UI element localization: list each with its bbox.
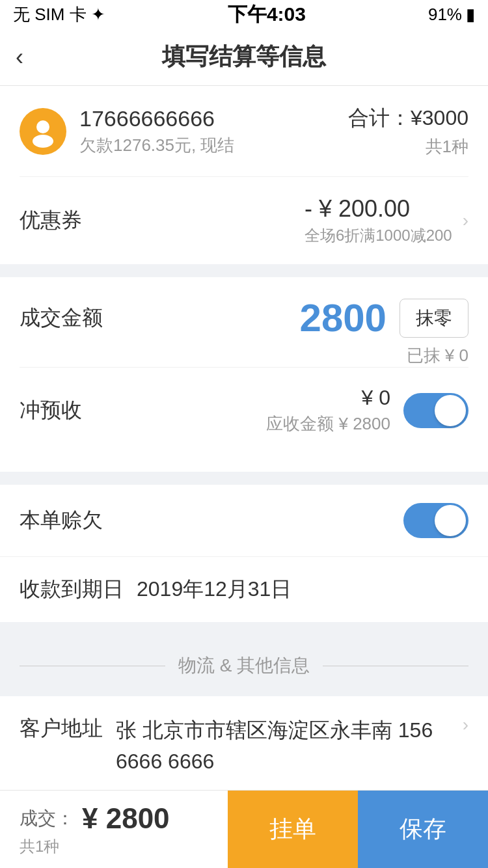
transaction-sub: 已抹 ¥ 0 [20, 344, 468, 367]
address-label: 客户地址 [20, 714, 103, 743]
pending-button[interactable]: 挂单 [228, 791, 358, 869]
divider-1 [0, 264, 488, 277]
svg-point-0 [36, 120, 49, 133]
coupon-desc: 全场6折满1000减200 [305, 225, 452, 246]
back-button[interactable]: ‹ [16, 44, 23, 71]
prepay-right: ¥ 0 应收金额 ¥ 2800 [266, 386, 468, 435]
address-value: 张 北京市市辖区海淀区永丰南 156 6666 6666 [116, 714, 463, 777]
status-bar: 无 SIM 卡 ✦ 下午4:03 91% ▮ [0, 0, 488, 29]
customer-phone: 17666666666 [79, 106, 234, 131]
battery-icon: ▮ [466, 5, 475, 25]
date-row: 收款到期日 2019年12月31日 [20, 575, 468, 604]
prepay-value: ¥ 0 应收金额 ¥ 2800 [266, 386, 390, 435]
svg-point-1 [33, 135, 53, 148]
summary-count: 共1种 [20, 836, 208, 857]
summary-label: 成交： [20, 806, 74, 831]
date-section: 收款到期日 2019年12月31日 [0, 556, 488, 622]
total-count: 共1种 [348, 135, 468, 158]
prepay-amount: ¥ 0 [266, 386, 390, 410]
save-button[interactable]: 保存 [358, 791, 488, 869]
coupon-amount: - ¥ 200.00 [305, 195, 452, 223]
debt-section: 本单赊欠 [0, 485, 488, 556]
prepay-label: 冲预收 [20, 396, 82, 425]
divider-2 [0, 472, 488, 485]
customer-left: 17666666666 欠款1276.35元, 现结 [20, 106, 234, 157]
round-button[interactable]: 抹零 [400, 299, 468, 338]
logistics-line-left [20, 666, 165, 666]
coupon-info: - ¥ 200.00 全场6折满1000减200 [305, 195, 452, 246]
summary-row: 成交： ¥ 2800 [20, 802, 208, 835]
avatar [20, 108, 66, 155]
coupon-label: 优惠券 [20, 206, 82, 235]
status-left: 无 SIM 卡 ✦ [13, 3, 105, 26]
prepay-toggle[interactable] [403, 393, 468, 428]
logistics-line-right [323, 666, 468, 666]
battery-text: 91% [428, 5, 462, 25]
customer-info: 17666666666 欠款1276.35元, 现结 [79, 106, 234, 157]
amount-row: 成交金额 2800 抹零 [20, 295, 468, 340]
logistics-divider: 物流 & 其他信息 [0, 635, 488, 696]
page-title: 填写结算等信息 [162, 41, 326, 73]
coupon-right: - ¥ 200.00 全场6折满1000减200 › [305, 195, 468, 246]
prepay-sub: 应收金额 ¥ 2800 [266, 413, 390, 435]
transaction-amount: 2800 [300, 295, 386, 340]
avatar-icon [27, 115, 59, 148]
address-row: 客户地址 张 北京市市辖区海淀区永丰南 156 6666 6666 › [20, 714, 468, 777]
logistics-label: 物流 & 其他信息 [178, 653, 310, 678]
prepay-row: 冲预收 ¥ 0 应收金额 ¥ 2800 [20, 367, 468, 454]
debt-toggle[interactable] [403, 503, 468, 538]
customer-row: 17666666666 欠款1276.35元, 现结 合计：¥3000 共1种 [20, 86, 468, 176]
address-section[interactable]: 客户地址 张 北京市市辖区海淀区永丰南 156 6666 6666 › [0, 696, 488, 795]
customer-section: 17666666666 欠款1276.35元, 现结 合计：¥3000 共1种 … [0, 86, 488, 264]
status-time: 下午4:03 [228, 1, 306, 28]
status-right: 91% ▮ [428, 5, 475, 25]
amount-value-block: 2800 抹零 [300, 295, 468, 340]
summary-amount: ¥ 2800 [82, 802, 170, 835]
customer-total: 合计：¥3000 共1种 [348, 104, 468, 158]
coupon-row[interactable]: 优惠券 - ¥ 200.00 全场6折满1000减200 › [20, 176, 468, 264]
divider-3 [0, 622, 488, 635]
debt-label: 本单赊欠 [20, 506, 103, 535]
total-amount: 合计：¥3000 [348, 104, 468, 133]
nav-bar: ‹ 填写结算等信息 [0, 29, 488, 86]
date-label: 收款到期日 [20, 575, 124, 604]
bottom-summary: 成交： ¥ 2800 共1种 [0, 802, 228, 857]
chevron-right-icon: › [463, 210, 468, 231]
bottom-bar: 成交： ¥ 2800 共1种 挂单 保存 [0, 790, 488, 868]
transaction-label: 成交金额 [20, 304, 103, 332]
transaction-section: 成交金额 2800 抹零 已抹 ¥ 0 冲预收 ¥ 0 应收金额 ¥ 2800 [0, 277, 488, 472]
debt-row: 本单赊欠 [20, 503, 468, 538]
customer-debt: 欠款1276.35元, 现结 [79, 134, 234, 157]
address-chevron-icon: › [463, 714, 468, 735]
date-value: 2019年12月31日 [137, 575, 291, 604]
